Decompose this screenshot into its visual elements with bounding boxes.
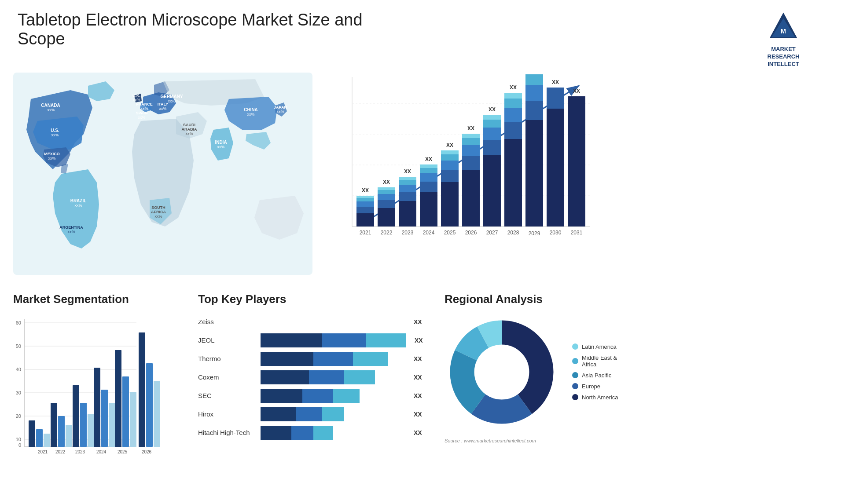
- svg-text:CHINA: CHINA: [244, 107, 258, 112]
- svg-text:2021: 2021: [360, 230, 371, 236]
- svg-text:xx%: xx%: [47, 108, 55, 112]
- player-name: Coxem: [198, 373, 255, 381]
- svg-rect-106: [547, 109, 564, 226]
- svg-text:2030: 2030: [550, 230, 562, 236]
- svg-text:2029: 2029: [529, 230, 540, 237]
- svg-text:2028: 2028: [507, 230, 519, 236]
- svg-text:JAPAN: JAPAN: [274, 105, 287, 110]
- svg-rect-146: [115, 350, 121, 447]
- svg-rect-95: [504, 108, 522, 122]
- map-section: CANADA xx% U.S. xx% MEXICO xx% BRAZIL xx…: [13, 73, 321, 284]
- svg-rect-143: [101, 390, 108, 447]
- svg-rect-44: [356, 213, 374, 226]
- world-map: CANADA xx% U.S. xx% MEXICO xx% BRAZIL xx…: [13, 73, 312, 275]
- svg-text:ARABIA: ARABIA: [182, 127, 197, 131]
- svg-rect-52: [378, 200, 395, 208]
- player-xx: XX: [414, 411, 427, 418]
- svg-text:xx%: xx%: [67, 230, 75, 234]
- svg-rect-139: [80, 403, 87, 447]
- svg-text:2025: 2025: [118, 449, 128, 454]
- svg-text:SPAIN: SPAIN: [136, 111, 148, 115]
- svg-text:xx%: xx%: [185, 131, 193, 136]
- svg-rect-93: [504, 139, 522, 226]
- legend-dot-apac: [572, 372, 578, 378]
- player-bar: [261, 352, 405, 366]
- svg-rect-101: [525, 101, 543, 120]
- svg-text:xx%: xx%: [140, 106, 148, 111]
- svg-text:U.K.: U.K.: [132, 93, 140, 98]
- svg-text:xx%: xx%: [132, 98, 140, 102]
- header: Tabletop Electron Microscope Market Size…: [0, 0, 845, 73]
- svg-text:2024: 2024: [423, 230, 435, 236]
- player-xx: XX: [414, 355, 427, 362]
- player-bar: [261, 333, 406, 347]
- svg-rect-107: [547, 88, 564, 109]
- svg-text:2021: 2021: [38, 449, 48, 454]
- svg-rect-90: [483, 115, 501, 120]
- svg-text:MEXICO: MEXICO: [44, 152, 60, 156]
- regional-legend: Latin America Middle East &Africa Asia P…: [572, 343, 618, 401]
- svg-rect-82: [462, 138, 480, 145]
- svg-rect-134: [51, 403, 57, 447]
- svg-rect-147: [122, 376, 129, 447]
- player-xx: XX: [415, 337, 427, 344]
- player-name: JEOL: [198, 336, 255, 344]
- svg-rect-46: [356, 201, 374, 207]
- player-row-coxem: Coxem XX: [198, 370, 427, 384]
- svg-text:2027: 2027: [486, 230, 498, 236]
- svg-text:XX: XX: [446, 142, 453, 148]
- svg-text:10: 10: [16, 437, 21, 442]
- player-row-sec: SEC XX: [198, 389, 427, 403]
- svg-rect-58: [399, 201, 416, 226]
- svg-rect-81: [462, 145, 480, 156]
- svg-rect-61: [399, 180, 416, 185]
- svg-text:30: 30: [16, 390, 21, 395]
- player-bar: [261, 426, 405, 440]
- svg-text:XX: XX: [489, 106, 496, 113]
- legend-item-europe: Europe: [572, 383, 618, 390]
- svg-text:XX: XX: [362, 187, 369, 194]
- donut-chart: [445, 315, 559, 429]
- donut-container: Latin America Middle East &Africa Asia P…: [445, 315, 832, 429]
- player-xx: XX: [414, 392, 427, 399]
- svg-rect-88: [483, 128, 501, 140]
- svg-rect-142: [94, 368, 100, 447]
- segmentation-title: Market Segmentation: [13, 292, 180, 306]
- svg-rect-86: [483, 155, 501, 226]
- svg-rect-45: [356, 207, 374, 213]
- svg-text:XX: XX: [404, 168, 411, 175]
- svg-rect-75: [441, 154, 459, 161]
- svg-rect-130: [29, 420, 35, 447]
- svg-rect-73: [441, 170, 459, 182]
- svg-text:AFRICA: AFRICA: [151, 210, 166, 214]
- svg-text:2031: 2031: [571, 230, 583, 236]
- svg-text:2026: 2026: [465, 230, 477, 236]
- svg-text:xx%: xx%: [159, 106, 166, 111]
- player-row-thermo: Thermo XX: [198, 352, 427, 366]
- segmentation-chart: 60 50 40 30 20 10 0 2021: [13, 315, 176, 456]
- svg-text:xx%: xx%: [154, 214, 162, 219]
- player-xx: XX: [414, 318, 427, 325]
- svg-rect-66: [420, 182, 437, 192]
- player-name: SEC: [198, 392, 255, 399]
- svg-text:2023: 2023: [75, 449, 85, 454]
- svg-text:60: 60: [16, 320, 21, 325]
- growth-bar-chart: XX 2021 XX 2022 XX 2023: [339, 73, 594, 257]
- regional-title: Regional Analysis: [445, 292, 832, 306]
- svg-rect-53: [378, 194, 395, 200]
- logo-text: MARKETRESEARCHINTELLECT: [768, 46, 800, 68]
- logo: M MARKETRESEARCHINTELLECT: [739, 11, 827, 68]
- svg-rect-140: [88, 414, 94, 447]
- svg-rect-136: [66, 425, 72, 447]
- svg-text:XX: XX: [383, 179, 390, 185]
- legend-label-europe: Europe: [582, 383, 600, 390]
- logo-icon: M: [766, 11, 801, 46]
- svg-rect-79: [462, 170, 480, 226]
- svg-text:2025: 2025: [444, 230, 456, 236]
- svg-rect-51: [378, 208, 395, 226]
- players-section: Top Key Players Zeiss XX JEOL XX: [180, 292, 427, 504]
- svg-rect-74: [441, 161, 459, 170]
- svg-text:2022: 2022: [381, 230, 393, 236]
- svg-rect-152: [154, 381, 160, 447]
- player-row-jeol: JEOL XX: [198, 333, 427, 347]
